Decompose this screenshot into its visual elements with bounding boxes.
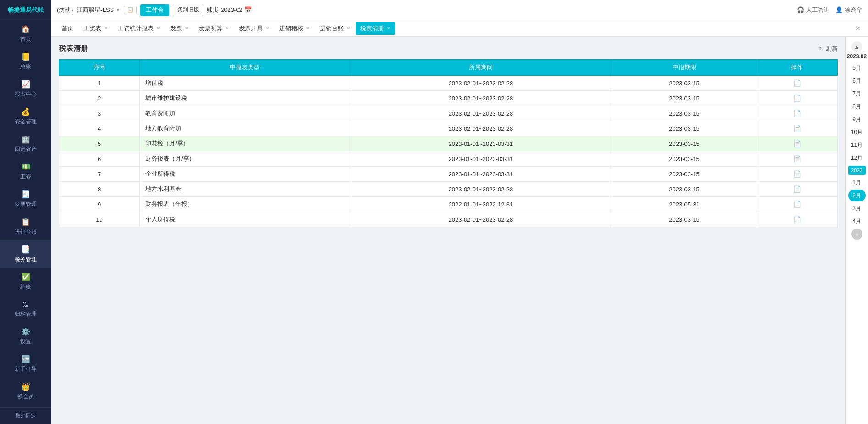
tab-sales-account-close[interactable]: ✕ (346, 26, 350, 31)
month-8[interactable]: 8月 (848, 100, 866, 112)
tab-salary-stats[interactable]: 工资统计报表 ✕ (113, 22, 165, 35)
cell-action: 📄 (757, 76, 837, 91)
tab-invoice-calc[interactable]: 发票测算 ✕ (194, 22, 234, 35)
cell-period: 2023-01-01~2023-03-31 (350, 136, 612, 151)
sidebar-item-salary[interactable]: 💵 工资 (0, 158, 51, 185)
headset-icon: 🎧 (797, 6, 804, 13)
calendar-icon[interactable]: 📅 (245, 6, 252, 13)
tab-home[interactable]: 首页 (57, 22, 78, 35)
month-2[interactable]: 2月 (848, 190, 866, 201)
sidebar-item-invoice-mgmt[interactable]: 🧾 发票管理 (0, 185, 51, 213)
col-no: 序号 (59, 60, 140, 76)
cell-type: 企业所得税 (140, 167, 350, 182)
month-6[interactable]: 6月 (848, 75, 866, 87)
sidebar-item-member[interactable]: 👑 畅会员 (0, 378, 51, 405)
sidebar-unpin[interactable]: 取消固定 (0, 407, 51, 424)
cell-action: 📄 (757, 106, 837, 121)
panel-nav-up[interactable]: ▲ (851, 41, 862, 52)
guide-icon: 🆕 (21, 355, 30, 363)
view-action-icon[interactable]: 📄 (793, 125, 801, 132)
month-7[interactable]: 7月 (848, 88, 866, 100)
tab-invoice-issue[interactable]: 发票开具 ✕ (234, 22, 274, 35)
tab-tax-register[interactable]: 税表清册 ✕ (356, 22, 395, 35)
view-action-icon[interactable]: 📄 (793, 170, 801, 178)
month-3[interactable]: 3月 (848, 202, 866, 214)
sidebar-item-fixed-assets[interactable]: 🏢 固定资产 (0, 130, 51, 158)
month-11[interactable]: 11月 (848, 139, 866, 151)
tabs-close-btn[interactable]: ✕ (855, 25, 861, 32)
view-action-icon[interactable]: 📄 (793, 79, 801, 87)
cell-deadline: 2023-03-15 (612, 76, 757, 91)
member-icon: 👑 (21, 382, 30, 391)
view-action-icon[interactable]: 📄 (793, 216, 801, 223)
cell-period: 2023-02-01~2023-02-28 (350, 212, 612, 227)
sidebar: 畅捷通易代账 🏠 首页 📒 总账 📈 报表中心 💰 资金管理 🏢 固定资产 💵 … (0, 0, 51, 424)
refresh-button[interactable]: ↻ 刷新 (819, 45, 838, 53)
cell-action: 📄 (757, 136, 837, 151)
tab-salary-table-close[interactable]: ✕ (104, 26, 108, 31)
sidebar-item-label: 税务管理 (15, 256, 37, 263)
refresh-label: 刷新 (826, 45, 838, 53)
month-12[interactable]: 12月 (848, 152, 866, 164)
view-action-icon[interactable]: 📄 (793, 201, 801, 208)
tab-sales-audit[interactable]: 进销稽核 ✕ (275, 22, 314, 35)
tab-sales-audit-close[interactable]: ✕ (306, 26, 310, 31)
view-action-icon[interactable]: 📄 (793, 155, 801, 162)
sidebar-item-label: 结账 (20, 283, 31, 291)
sidebar-item-label: 报表中心 (15, 90, 37, 98)
checkout-icon: ✅ (21, 273, 30, 281)
ai-service-btn[interactable]: 🎧 人工咨询 (797, 6, 830, 14)
username-label: 徐逢华 (845, 6, 862, 14)
user-menu[interactable]: 👤 徐逢华 (835, 6, 862, 14)
view-action-icon[interactable]: 📄 (793, 140, 801, 147)
copy-button[interactable]: 📋 (124, 6, 137, 14)
refresh-icon: ↻ (819, 45, 824, 52)
funds-icon: 💰 (21, 107, 30, 116)
sidebar-item-home[interactable]: 🏠 首页 (0, 20, 51, 48)
ledger-icon: 📒 (21, 52, 30, 61)
table-row: 5 印花税（月/季） 2023-01-01~2023-03-31 2023-03… (59, 136, 838, 151)
sidebar-item-archive[interactable]: 🗂 归档管理 (0, 296, 51, 323)
view-action-icon[interactable]: 📄 (793, 185, 801, 193)
sidebar-item-funds[interactable]: 💰 资金管理 (0, 103, 51, 130)
switch-version-button[interactable]: 切到旧版 (173, 4, 203, 16)
month-1[interactable]: 1月 (848, 177, 866, 189)
tab-invoice-calc-close[interactable]: ✕ (225, 26, 229, 31)
tab-invoice-close[interactable]: ✕ (185, 26, 189, 31)
month-10[interactable]: 10月 (848, 126, 866, 138)
view-action-icon[interactable]: 📄 (793, 110, 801, 117)
sidebar-item-guide[interactable]: 🆕 新手引导 (0, 350, 51, 378)
sidebar-item-sales-ledger[interactable]: 📋 进销台账 (0, 213, 51, 240)
cell-type: 增值税 (140, 76, 350, 91)
sidebar-item-label: 归档管理 (15, 310, 37, 318)
cell-deadline: 2023-03-15 (612, 136, 757, 151)
tab-sales-account[interactable]: 进销台账 ✕ (315, 22, 355, 35)
page-area: 税表清册 ↻ 刷新 序号 申报表类型 所属期间 申报期限 操作 (51, 37, 845, 424)
sidebar-item-tax-mgmt[interactable]: 📑 税务管理 (0, 240, 51, 268)
sidebar-item-label: 新手引导 (15, 365, 37, 373)
cell-deadline: 2023-03-15 (612, 212, 757, 227)
workbench-button[interactable]: 工作台 (140, 4, 169, 16)
panel-collapse-btn[interactable]: ⌄ (851, 229, 862, 240)
tab-salary-stats-close[interactable]: ✕ (156, 26, 160, 31)
sidebar-item-label: 总账 (20, 63, 31, 71)
sidebar-item-checkout[interactable]: ✅ 结账 (0, 268, 51, 296)
cell-no: 2 (59, 91, 140, 106)
table-row: 10 个人所得税 2023-02-01~2023-02-28 2023-03-1… (59, 212, 838, 227)
cell-period: 2023-02-01~2023-02-28 (350, 76, 612, 91)
view-action-icon[interactable]: 📄 (793, 95, 801, 102)
company-selector[interactable]: (勿动）江西服星-LSS ▼ (57, 6, 120, 14)
sidebar-item-settings[interactable]: ⚙️ 设置 (0, 323, 51, 350)
tab-invoice-calc-label: 发票测算 (199, 24, 223, 33)
tab-invoice-issue-close[interactable]: ✕ (266, 26, 269, 31)
sidebar-item-ledger[interactable]: 📒 总账 (0, 48, 51, 75)
month-5[interactable]: 5月 (848, 62, 866, 74)
tab-salary-table[interactable]: 工资表 ✕ (79, 22, 112, 35)
month-9[interactable]: 9月 (848, 113, 866, 125)
tab-tax-register-close[interactable]: ✕ (387, 26, 390, 31)
sidebar-item-reports[interactable]: 📈 报表中心 (0, 75, 51, 103)
tabs-bar: 首页 工资表 ✕ 工资统计报表 ✕ 发票 ✕ 发票测算 ✕ 发票开具 ✕ 进销稽… (51, 20, 868, 37)
month-4[interactable]: 4月 (848, 215, 866, 227)
cell-no: 6 (59, 151, 140, 167)
tab-invoice[interactable]: 发票 ✕ (166, 22, 193, 35)
